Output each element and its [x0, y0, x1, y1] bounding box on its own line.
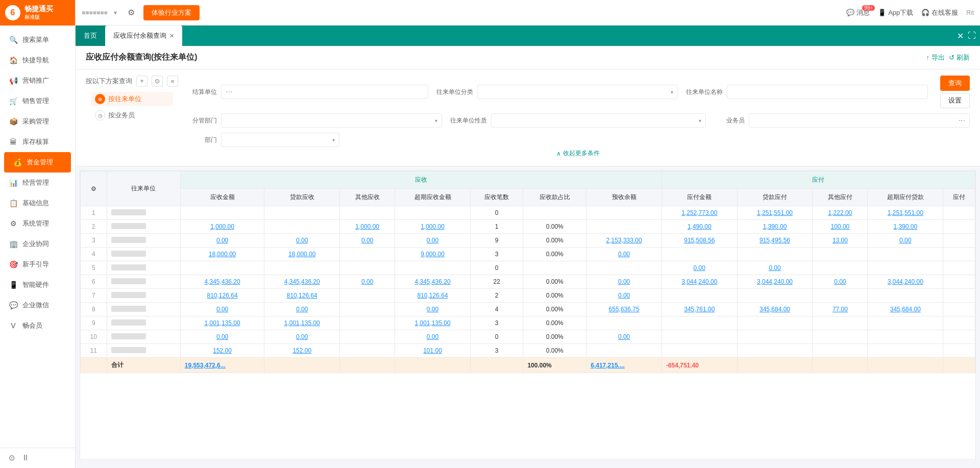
header-actions: ↑ 导出 ↺ 刷新 — [926, 53, 970, 62]
search-target-btn[interactable]: ⊙ — [152, 76, 163, 87]
dept-input[interactable]: ▾ — [221, 133, 339, 147]
row-number: 9 — [81, 316, 107, 330]
sidebar-label-member: 畅会员 — [22, 321, 42, 330]
sidebar-item-base-info[interactable]: 📋 基础信息 — [0, 193, 75, 213]
partner-category-arrow: ▾ — [671, 89, 673, 95]
sidebar-item-smart-hw[interactable]: 📱 智能硬件 — [0, 275, 75, 295]
topbar-app-download[interactable]: 📱 App下载 — [878, 8, 913, 17]
field-partner-name: 往来单位名称 — [686, 85, 928, 99]
sidebar-item-wechat[interactable]: 💬 企业微信 — [0, 295, 75, 315]
tab-close-all-icon[interactable]: ✕ — [957, 31, 964, 41]
topbar-gear-btn[interactable]: ⚙ — [123, 5, 139, 21]
page-title: 应收应付余额查询(按往来单位) — [86, 52, 198, 63]
field-partner-category: 往来单位分类 ▾ — [436, 85, 678, 99]
partner-cell: ████████ — [107, 330, 180, 344]
method-by-partner[interactable]: ⊕ 按往来单位 — [91, 92, 173, 106]
sidebar-item-marketing[interactable]: 📢 营销推广 — [0, 70, 75, 91]
sidebar-item-enterprise[interactable]: 🏢 企业协同 — [0, 234, 75, 254]
sidebar-menu: 🔍 搜索菜单 🏠 快捷导航 📢 营销推广 🛒 销售管理 📦 采购管理 🏛 库存核… — [0, 26, 75, 448]
topbar-message[interactable]: 💬 消息 99+ — [846, 8, 870, 17]
tab-close-icon[interactable]: ✕ — [169, 33, 174, 39]
row-number: 10 — [81, 330, 107, 344]
method-sales-label: 按业务员 — [108, 111, 135, 120]
sidebar-item-system[interactable]: ⚙ 系统管理 — [0, 213, 75, 234]
export-button[interactable]: ↑ 导出 — [926, 53, 945, 62]
sidebar-item-inventory[interactable]: 🏛 库存核算 — [0, 132, 75, 152]
topbar-nav: ■■■■■■■ ▾ ⚙ 体验行业方案 — [82, 5, 846, 21]
row-number: 1 — [81, 206, 107, 220]
tabbar-right: ✕ ⛶ — [953, 26, 980, 46]
dept-manager-input[interactable]: ▾ — [221, 113, 442, 128]
sidebar-item-member[interactable]: V 畅会员 — [0, 315, 75, 336]
th-settings[interactable]: ⚙ — [81, 171, 107, 206]
partner-nature-input[interactable]: ▾ — [491, 113, 706, 128]
footer-ar-ratio: 100.00% — [523, 358, 586, 373]
partner-cell: ████████ — [107, 261, 180, 275]
dept-arrow: ▾ — [332, 137, 335, 143]
sidebar-settings-icon[interactable]: ⚙ — [8, 453, 15, 463]
search-buttons: 查询 设置 — [940, 76, 970, 108]
data-table-container[interactable]: ⚙ 往来单位 应收 应付 应收金额 贷款应收 其他应收 超期应收金额 应收笔数 … — [80, 170, 976, 460]
sidebar-item-purchase[interactable]: 📦 采购管理 — [0, 111, 75, 132]
partner-cell: ████████ — [107, 220, 180, 234]
method-partner-icon: ⊕ — [95, 94, 105, 104]
sidebar-item-finance[interactable]: 💰 资金管理 — [4, 152, 71, 173]
tab-home[interactable]: 首页 — [76, 26, 105, 46]
collapse-button[interactable]: ∧ 收起更多条件 — [186, 147, 970, 160]
topbar-service[interactable]: 🎧 在线客服 — [921, 8, 958, 17]
sidebar-item-operations[interactable]: 📊 经营管理 — [0, 173, 75, 193]
setting-button[interactable]: 设置 — [940, 93, 970, 108]
tab-ar-ap[interactable]: 应收应付余额查询 ✕ — [105, 26, 182, 46]
dept-label: 部门 — [186, 136, 217, 144]
th-ap-overdue: 超期应付贷款 — [868, 189, 943, 206]
table-row: 3████████0.000.000.000.0090.00%2,153,333… — [81, 234, 975, 248]
footer-label: 合计 — [107, 358, 180, 373]
sidebar-item-beginner[interactable]: 🎯 新手引导 — [0, 254, 75, 275]
settlement-unit-input[interactable]: ··· — [221, 85, 428, 99]
sidebar-label-finance: 资金管理 — [27, 158, 53, 167]
solution-button[interactable]: 体验行业方案 — [143, 5, 200, 20]
method-sales-icon: ◷ — [95, 110, 105, 120]
sales-icon: 🛒 — [8, 96, 18, 106]
field-salesperson: 业务员 ··· — [714, 113, 970, 128]
sidebar-item-sales[interactable]: 🛒 销售管理 — [0, 91, 75, 111]
method-panel: ⊕ 按往来单位 ◷ 按业务员 — [86, 92, 178, 128]
table-row: 10████████0.000.000.0000.00%0.00 — [81, 330, 975, 344]
sidebar-item-quick-nav[interactable]: 🏠 快捷导航 — [0, 50, 75, 70]
search-collapse-btn[interactable]: « — [167, 76, 178, 87]
sidebar-collapse-icon[interactable]: ⏸ — [21, 453, 30, 463]
search-rows: 结算单位 ··· 往来单位分类 ▾ — [186, 76, 970, 147]
footer-ap-5 — [943, 358, 975, 373]
salesperson-input[interactable]: ··· — [749, 113, 970, 128]
search-add-btn[interactable]: + — [136, 76, 148, 87]
th-ap-other: 其他应付 — [813, 189, 868, 206]
message-icon: 💬 — [846, 9, 854, 16]
refresh-button[interactable]: ↺ 刷新 — [949, 53, 970, 62]
partner-name-input[interactable] — [727, 85, 928, 99]
tab-expand-icon[interactable]: ⛶ — [968, 31, 976, 40]
partner-category-input[interactable]: ▾ — [477, 85, 678, 99]
app-edition: 标准版 — [24, 14, 53, 21]
th-ap-loan: 贷款应付 — [737, 189, 813, 206]
method-partner-label: 按往来单位 — [108, 94, 141, 104]
footer-ap-3 — [813, 358, 868, 373]
footer-empty1 — [81, 358, 107, 373]
topbar: ■■■■■■■ ▾ ⚙ 体验行业方案 💬 消息 99+ 📱 App下载 🎧 在线… — [76, 0, 980, 26]
settlement-unit-dots: ··· — [226, 87, 232, 96]
table-row: 8████████0.000.000.0040.00%655,636.75345… — [81, 303, 975, 316]
tabbar: 首页 应收应付余额查询 ✕ ✕ ⛶ — [76, 26, 980, 46]
sidebar-item-search-menu[interactable]: 🔍 搜索菜单 — [0, 30, 75, 50]
method-by-salesperson[interactable]: ◷ 按业务员 — [91, 108, 173, 122]
topbar-user[interactable]: Rit — [966, 9, 974, 16]
partner-nature-arrow: ▾ — [699, 118, 701, 124]
sidebar-footer: ⚙ ⏸ — [0, 448, 75, 468]
partner-cell: ████████ — [107, 234, 180, 248]
footer-ar-4 — [395, 358, 471, 373]
search-row-3: 部门 ▾ — [186, 133, 970, 147]
partner-cell: ████████ — [107, 316, 180, 330]
app-name: 畅捷通买 — [24, 5, 53, 14]
salesperson-label: 业务员 — [714, 116, 745, 125]
row-number: 4 — [81, 248, 107, 261]
query-button[interactable]: 查询 — [940, 76, 970, 91]
sidebar-label-inventory: 库存核算 — [22, 137, 49, 146]
